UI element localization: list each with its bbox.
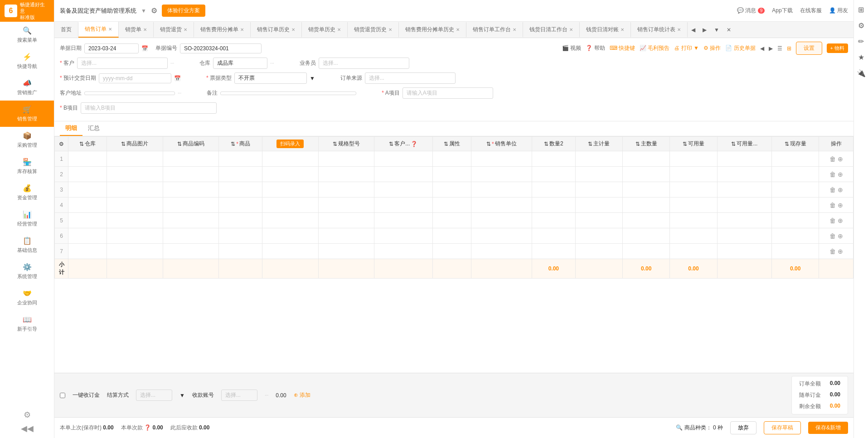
settings-btn[interactable]: 设置: [796, 42, 822, 55]
sidebar-item-search[interactable]: 🔍 搜索菜单: [0, 22, 54, 48]
table-cell[interactable]: [68, 197, 107, 213]
right-panel-settings-icon[interactable]: ⚙: [856, 19, 866, 32]
table-cell[interactable]: [575, 197, 622, 213]
sidebar-item-basic[interactable]: 📋 基础信息: [0, 232, 54, 258]
tab-daily-clear-workbench[interactable]: 钱货日清工作台 ✕: [523, 22, 580, 37]
delete-row-icon[interactable]: 🗑: [829, 171, 836, 178]
table-cell[interactable]: [262, 244, 318, 259]
tab-daily-clear-account[interactable]: 钱货日清对账 ✕: [580, 22, 631, 37]
table-cell[interactable]: [374, 197, 432, 213]
col-main-qty[interactable]: ⇅ 主数量: [623, 137, 670, 151]
table-cell[interactable]: [432, 213, 471, 228]
table-cell[interactable]: [471, 197, 532, 213]
table-cell[interactable]: [107, 228, 163, 244]
b-project-input[interactable]: 请输入B项目: [81, 102, 217, 114]
table-cell[interactable]: [107, 167, 163, 182]
tab-close-daily-clear-account[interactable]: ✕: [621, 27, 624, 32]
delete-row-icon[interactable]: 🗑: [829, 232, 836, 240]
sidebar-item-guide[interactable]: 📖 新手引导: [0, 311, 54, 337]
account-select[interactable]: 选择...: [221, 390, 257, 401]
table-cell[interactable]: [107, 151, 163, 167]
table-cell[interactable]: [532, 182, 575, 197]
tab-close-sales-refund-history[interactable]: ✕: [388, 27, 392, 32]
table-cell[interactable]: [717, 228, 771, 244]
col-product[interactable]: ⇅ *商品: [219, 137, 262, 151]
table-cell[interactable]: [575, 167, 622, 182]
table-cell[interactable]: [262, 167, 318, 182]
table-cell[interactable]: [432, 244, 471, 259]
pagination-prev-icon[interactable]: ◀: [760, 45, 764, 52]
table-cell[interactable]: [374, 167, 432, 182]
tab-sales-order-history[interactable]: 销售订单历史 ✕: [251, 22, 302, 37]
table-cell[interactable]: [219, 213, 262, 228]
message-area[interactable]: 💬 消息 9: [737, 7, 765, 14]
operation-link[interactable]: ⚙ 操作: [703, 44, 721, 52]
delete-row-icon[interactable]: 🗑: [829, 186, 836, 193]
profit-link[interactable]: 📈 毛利预告: [640, 44, 669, 52]
tab-home[interactable]: 首页: [54, 22, 78, 37]
table-cell[interactable]: [68, 228, 107, 244]
copy-row-icon[interactable]: ⊕: [838, 232, 843, 240]
table-cell[interactable]: [623, 197, 670, 213]
delete-row-icon[interactable]: 🗑: [829, 217, 836, 224]
table-cell[interactable]: [318, 197, 374, 213]
address-more-icon[interactable]: ···: [178, 91, 181, 96]
tab-close-daily-clear-workbench[interactable]: ✕: [569, 27, 573, 32]
table-cell[interactable]: [163, 244, 219, 259]
view-link[interactable]: 🎬 视频: [562, 44, 581, 52]
save-new-button[interactable]: 保存&新增: [808, 422, 848, 434]
salesperson-input[interactable]: 选择...: [319, 58, 409, 69]
table-cell[interactable]: [163, 167, 219, 182]
settings-icon[interactable]: ⚙: [151, 6, 157, 15]
col-scan[interactable]: 扫码录入: [262, 137, 318, 151]
tab-sales-return[interactable]: 销货单 ✕: [119, 22, 154, 37]
invoice-type-dropdown-icon[interactable]: ▼: [310, 75, 315, 82]
table-cell[interactable]: [318, 182, 374, 197]
table-cell[interactable]: [471, 228, 532, 244]
table-cell[interactable]: [772, 167, 819, 182]
table-cell[interactable]: [717, 213, 771, 228]
table-cell[interactable]: [532, 228, 575, 244]
table-cell[interactable]: [623, 151, 670, 167]
tab-sales-order[interactable]: 销售订单 ✕: [78, 22, 119, 38]
sub-tab-detail[interactable]: 明细: [60, 121, 82, 136]
tab-close-all-icon[interactable]: ✕: [723, 27, 735, 33]
tab-sales-order-stats[interactable]: 销售订单统计表 ✕: [631, 22, 688, 37]
table-cell[interactable]: [623, 213, 670, 228]
sidebar-item-enterprise[interactable]: 🤝 企业协同: [0, 284, 54, 311]
table-cell[interactable]: [163, 213, 219, 228]
sidebar-item-quick[interactable]: ⚡ 快捷导航: [0, 48, 54, 74]
sidebar-item-inventory[interactable]: 🏪 库存核算: [0, 153, 54, 179]
app-download-link[interactable]: App下载: [772, 7, 792, 14]
table-cell[interactable]: [318, 167, 374, 182]
warehouse-more-icon[interactable]: ···: [270, 61, 274, 66]
sidebar-item-marketing[interactable]: 📣 营销推广: [0, 74, 54, 101]
right-panel-layout-icon[interactable]: ⊞: [856, 4, 866, 16]
col-sales-unit[interactable]: ⇅ *销售单位: [471, 137, 532, 151]
table-cell[interactable]: [532, 197, 575, 213]
tab-close-sales-refund[interactable]: ✕: [184, 27, 187, 32]
table-cell[interactable]: [471, 167, 532, 182]
copy-row-icon[interactable]: ⊕: [838, 155, 843, 163]
tab-sales-fee-split[interactable]: 销售费用分摊单 ✕: [194, 22, 251, 37]
table-cell[interactable]: [374, 244, 432, 259]
order-source-input[interactable]: 选择...: [365, 72, 456, 84]
table-cell[interactable]: [318, 228, 374, 244]
table-cell[interactable]: [623, 167, 670, 182]
table-cell[interactable]: [471, 244, 532, 259]
sidebar-item-purchase[interactable]: 📦 采购管理: [0, 127, 54, 153]
tab-menu-icon[interactable]: ▼: [710, 27, 723, 33]
table-cell[interactable]: [772, 197, 819, 213]
tab-sales-refund-history[interactable]: 销货退货历史 ✕: [348, 22, 399, 37]
table-cell[interactable]: [432, 182, 471, 197]
a-project-input[interactable]: 请输入A项目: [402, 87, 493, 99]
sidebar-collapse-icon[interactable]: ◀◀: [21, 424, 34, 433]
order-number-input[interactable]: SO-20230324-001: [180, 43, 262, 53]
table-cell[interactable]: [318, 213, 374, 228]
table-cell[interactable]: [532, 213, 575, 228]
table-cell[interactable]: [432, 167, 471, 182]
date-input[interactable]: 2023-03-24: [84, 43, 139, 53]
col-available2[interactable]: ⇅ 可用量...: [717, 137, 771, 151]
right-panel-edit-icon[interactable]: ✏: [856, 35, 866, 48]
customer-input[interactable]: 选择...: [77, 58, 168, 69]
